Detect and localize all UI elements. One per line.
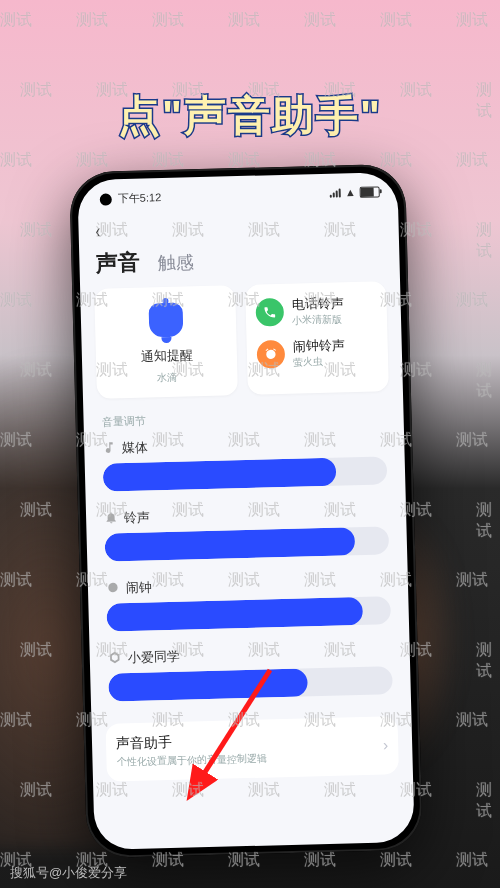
slider-fill	[106, 597, 362, 632]
watermark-text: 测试	[476, 640, 500, 682]
watermark-text: 测试	[76, 150, 108, 171]
watermark-text: 测试	[456, 850, 488, 871]
slider-label: 小爱同学	[128, 648, 180, 667]
slider-label: 闹钟	[126, 578, 152, 597]
phone-icon	[255, 298, 284, 327]
signal-icon	[330, 188, 341, 197]
notification-title: 通知提醒	[140, 346, 192, 365]
watermark-text: 测试	[380, 850, 412, 871]
credit-text: 搜狐号@小俊爱分享	[10, 864, 127, 882]
music-note-icon	[102, 440, 116, 457]
instruction-caption: 点"声音助手"	[0, 88, 500, 144]
slider-fill	[103, 458, 337, 492]
watermark-text: 测试	[152, 10, 184, 31]
notification-card[interactable]: 通知提醒 水滴	[94, 285, 238, 399]
slider-track[interactable]	[106, 596, 391, 631]
watermark-text: 测试	[76, 10, 108, 31]
watermark-text: 测试	[456, 290, 488, 311]
volume-slider-闹钟[interactable]: 闹钟	[88, 568, 410, 646]
watermark-text: 测试	[476, 780, 500, 822]
volume-slider-小爱同学[interactable]: 小爱同学	[89, 638, 411, 716]
watermark-text: 测试	[304, 10, 336, 31]
watermark-text: 测试	[0, 150, 32, 171]
call-ringtone-sub: 小米清新版	[292, 312, 344, 327]
xiaoai-icon	[108, 650, 122, 667]
watermark-text: 测试	[380, 150, 412, 171]
slider-label: 媒体	[122, 439, 148, 458]
watermark-text: 测试	[456, 150, 488, 171]
volume-slider-媒体[interactable]: 媒体	[84, 428, 406, 506]
bell-small-icon	[104, 510, 118, 527]
call-ringtone-title: 电话铃声	[291, 294, 343, 313]
watermark-text: 测试	[476, 500, 500, 542]
watermark-text: 测试	[0, 290, 32, 311]
chevron-right-icon: ›	[383, 736, 389, 754]
battery-icon	[360, 186, 380, 198]
wifi-icon: ▲	[345, 186, 356, 198]
volume-slider-铃声[interactable]: 铃声	[86, 498, 408, 576]
slider-label: 铃声	[124, 509, 150, 528]
watermark-text: 测试	[380, 10, 412, 31]
alarm-ringtone-row[interactable]: 闹钟铃声 萤火虫	[256, 335, 378, 370]
alarm-ringtone-title: 闹钟铃声	[292, 336, 344, 355]
back-button[interactable]: ‹	[95, 220, 100, 243]
sound-assistant-row[interactable]: 声音助手 个性化设置属于你的音量控制逻辑 ›	[106, 716, 399, 782]
phone-screen: 下午5:12 ▲ ‹ 声音 触感 通知提醒 水滴	[77, 172, 414, 850]
tab-sound[interactable]: 声音	[95, 248, 140, 279]
alarm-ringtone-sub: 萤火虫	[293, 354, 345, 369]
sound-assistant-subtitle: 个性化设置属于你的音量控制逻辑	[116, 752, 266, 770]
call-ringtone-row[interactable]: 电话铃声 小米清新版	[255, 294, 377, 329]
watermark-text: 测试	[456, 430, 488, 451]
status-time: 下午5:12	[118, 190, 162, 206]
watermark-text: 测试	[20, 220, 52, 241]
tab-haptics[interactable]: 触感	[157, 250, 194, 275]
watermark-text: 测试	[304, 850, 336, 871]
watermark-text: 测试	[476, 220, 500, 262]
alarm-icon	[257, 340, 286, 369]
watermark-text: 测试	[228, 10, 260, 31]
watermark-text: 测试	[456, 570, 488, 591]
watermark-text: 测试	[0, 10, 32, 31]
slider-track[interactable]	[108, 666, 393, 701]
slider-fill	[108, 668, 307, 701]
slider-track[interactable]	[105, 526, 390, 561]
sound-assistant-title: 声音助手	[116, 732, 266, 754]
slider-fill	[105, 527, 356, 562]
ringtone-card: 电话铃声 小米清新版 闹钟铃声 萤火虫	[245, 281, 389, 395]
watermark-text: 测试	[152, 150, 184, 171]
alarm-small-icon	[106, 580, 120, 597]
phone-frame: 下午5:12 ▲ ‹ 声音 触感 通知提醒 水滴	[69, 164, 423, 859]
watermark-text: 测试	[456, 710, 488, 731]
bell-icon	[148, 303, 183, 338]
watermark-text: 测试	[456, 10, 488, 31]
slider-track[interactable]	[103, 456, 388, 491]
watermark-text: 测试	[476, 360, 500, 402]
notification-subtitle: 水滴	[157, 371, 177, 386]
